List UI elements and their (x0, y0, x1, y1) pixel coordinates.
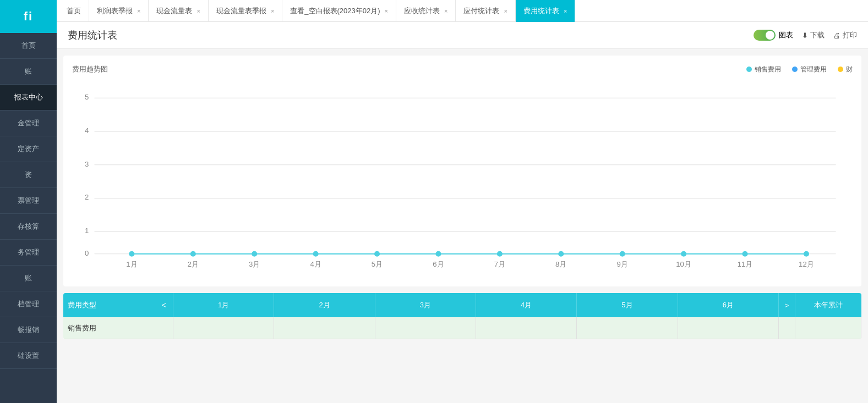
header-actions: 图表 ⬇ 下载 🖨 打印 (754, 30, 857, 41)
svg-text:11月: 11月 (738, 260, 753, 268)
download-button[interactable]: ⬇ 下载 (802, 30, 825, 40)
sidebar-item-capital[interactable]: 资 (0, 162, 57, 188)
th-total: 本年累计 (795, 293, 861, 317)
sidebar-item-expense[interactable]: 畅报销 (0, 317, 57, 343)
table-prev-btn[interactable]: < (160, 301, 168, 310)
svg-point-35 (804, 251, 809, 257)
td-month-1 (173, 317, 274, 339)
svg-text:2月: 2月 (188, 260, 199, 268)
legend-dot-sales (746, 67, 752, 72)
sidebar-item-assets[interactable]: 定资产 (0, 136, 57, 162)
svg-text:3月: 3月 (249, 260, 260, 268)
svg-point-27 (313, 251, 319, 257)
chart-header: 费用趋势图 销售费用 管理费用 财 (72, 64, 853, 74)
td-spacer (779, 317, 795, 339)
sidebar-item-archive[interactable]: 档管理 (0, 291, 57, 317)
svg-point-33 (681, 251, 686, 257)
th-fee-type-label: 费用类型 (68, 300, 96, 310)
tab-receivable[interactable]: 应收统计表 × (396, 0, 456, 22)
svg-text:9月: 9月 (617, 260, 628, 268)
td-month-6 (678, 317, 779, 339)
legend-label-sales: 销售费用 (755, 65, 781, 74)
sidebar-item-reports[interactable]: 报表中心 (0, 85, 57, 111)
svg-point-29 (435, 251, 441, 257)
svg-text:3: 3 (85, 160, 89, 168)
tab-cashflow-quarterly[interactable]: 现金流量表季报 × (209, 0, 282, 22)
th-month-2: 2月 (274, 293, 375, 317)
svg-text:5月: 5月 (372, 260, 383, 268)
next-btn-icon: > (785, 301, 789, 310)
tab-payable[interactable]: 应付统计表 × (456, 0, 515, 22)
td-month-2 (274, 317, 375, 339)
tab-close-blank-report[interactable]: × (385, 8, 388, 14)
table-section: 费用类型 < 1月 2月 3月 4月 5月 6月 > 本年累计 销售费用 (63, 293, 861, 339)
sidebar-item-account[interactable]: 账 (0, 59, 57, 85)
tab-profit-quarterly[interactable]: 利润表季报 × (89, 0, 149, 22)
legend-admin-expense: 管理费用 (792, 65, 827, 74)
chart-legend: 销售费用 管理费用 财 (746, 65, 853, 74)
legend-finance-expense: 财 (838, 65, 853, 74)
th-fee-type: 费用类型 < (63, 293, 173, 317)
sidebar-item-home[interactable]: 首页 (0, 33, 57, 59)
chart-toggle-wrap: 图表 (754, 30, 793, 41)
tab-bar: 首页 利润表季报 × 现金流量表 × 现金流量表季报 × 查看_空白报表(202… (57, 0, 868, 22)
svg-point-28 (374, 251, 380, 257)
sidebar-item-services[interactable]: 务管理 (0, 240, 57, 266)
svg-point-31 (558, 251, 564, 257)
sidebar-item-ledger[interactable]: 账 (0, 266, 57, 291)
legend-dot-finance (838, 67, 843, 72)
svg-text:10月: 10月 (676, 260, 691, 268)
legend-sales-expense: 销售费用 (746, 65, 781, 74)
page-title: 费用统计表 (68, 29, 117, 42)
tab-expense-stats[interactable]: 费用统计表 × (516, 0, 575, 22)
sidebar-item-inventory[interactable]: 存核算 (0, 214, 57, 240)
td-total-sales (795, 317, 861, 339)
svg-text:2: 2 (85, 193, 89, 201)
sidebar-item-finance[interactable]: 金管理 (0, 111, 57, 136)
content-area: 费用统计表 图表 ⬇ 下载 🖨 打印 费用趋势图 (57, 22, 868, 403)
svg-text:1: 1 (85, 227, 89, 235)
tab-close-payable[interactable]: × (504, 8, 507, 14)
svg-point-26 (252, 251, 257, 257)
th-month-3: 3月 (375, 293, 476, 317)
print-button[interactable]: 🖨 打印 (833, 30, 857, 40)
td-month-4 (476, 317, 577, 339)
tab-home[interactable]: 首页 (59, 0, 89, 22)
th-month-6: 6月 (678, 293, 779, 317)
td-fee-type-sales: 销售费用 (63, 317, 173, 339)
svg-text:0: 0 (85, 249, 89, 257)
tab-close-receivable[interactable]: × (444, 8, 447, 14)
tab-close-profit-quarterly[interactable]: × (137, 8, 140, 14)
svg-point-25 (190, 251, 196, 257)
td-month-3 (375, 317, 476, 339)
sidebar-item-tickets[interactable]: 票管理 (0, 188, 57, 214)
svg-text:7月: 7月 (494, 260, 505, 268)
chart-section: 费用趋势图 销售费用 管理费用 财 (63, 56, 861, 286)
chart-toggle-label: 图表 (779, 30, 793, 40)
svg-point-32 (620, 251, 625, 257)
chart-toggle[interactable] (754, 30, 776, 41)
tab-cashflow[interactable]: 现金流量表 × (149, 0, 208, 22)
sidebar: fi 首页 账 报表中心 金管理 定资产 资 票管理 存核算 务管理 账 档管理… (0, 0, 57, 403)
page-header: 费用统计表 图表 ⬇ 下载 🖨 打印 (57, 22, 868, 49)
svg-text:6月: 6月 (433, 260, 444, 268)
th-month-5: 5月 (577, 293, 678, 317)
table-header-row: 费用类型 < 1月 2月 3月 4月 5月 6月 > 本年累计 (63, 293, 861, 317)
tab-close-cashflow-quarterly[interactable]: × (271, 8, 274, 14)
th-next-btn[interactable]: > (779, 293, 795, 317)
svg-point-30 (497, 251, 503, 257)
legend-dot-admin (792, 67, 798, 72)
svg-text:1月: 1月 (126, 260, 137, 268)
th-month-4: 4月 (476, 293, 577, 317)
download-icon: ⬇ (802, 31, 808, 40)
trend-chart: 5 4 3 2 1 0 1月 2月 3月 (72, 80, 853, 278)
svg-text:12月: 12月 (799, 260, 814, 268)
tab-close-expense-stats[interactable]: × (564, 8, 567, 14)
tab-close-cashflow[interactable]: × (196, 8, 200, 14)
svg-text:4: 4 (85, 126, 89, 135)
sidebar-item-settings[interactable]: 础设置 (0, 343, 57, 369)
svg-point-24 (129, 251, 134, 257)
legend-label-finance: 财 (846, 65, 853, 74)
tab-blank-report[interactable]: 查看_空白报表(2023年02月) × (282, 0, 396, 22)
legend-label-admin: 管理费用 (800, 65, 827, 74)
